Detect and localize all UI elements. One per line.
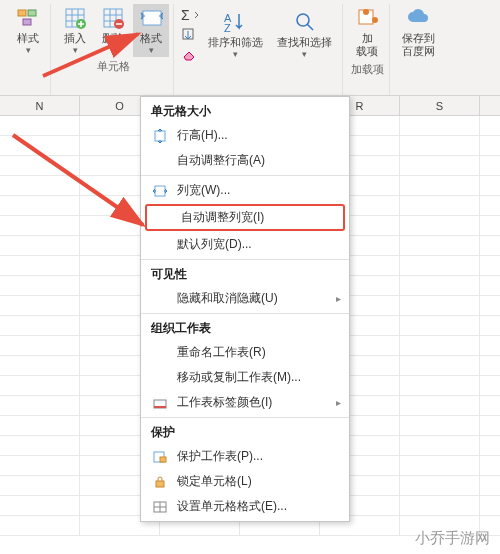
autosum-icon[interactable]: Σ	[180, 6, 200, 24]
menu-label: 锁定单元格(L)	[177, 473, 341, 490]
ribbon-group-save: 保存到 百度网	[392, 4, 445, 95]
section-cell-size: 单元格大小	[141, 99, 349, 123]
find-select-label: 查找和选择	[277, 36, 332, 49]
section-organize-sheets: 组织工作表	[141, 316, 349, 340]
chevron-down-icon: ▾	[26, 45, 31, 55]
save-baidu-button[interactable]: 保存到 百度网	[396, 4, 441, 60]
separator	[141, 175, 349, 176]
svg-rect-25	[155, 131, 165, 141]
ribbon: 样式 ▾ 插入 ▾ 删除 ▾	[0, 0, 500, 96]
sort-filter-icon: AZ	[224, 10, 248, 34]
menu-label: 设置单元格格式(E)...	[177, 498, 341, 515]
svg-rect-30	[160, 457, 166, 462]
chevron-down-icon: ▾	[149, 45, 154, 55]
svg-text:Z: Z	[224, 22, 231, 34]
svg-rect-15	[143, 11, 161, 25]
addins-button[interactable]: 加 载项	[349, 4, 385, 60]
menu-row-height[interactable]: 行高(H)...	[141, 123, 349, 148]
menu-default-width[interactable]: 默认列宽(D)...	[141, 232, 349, 257]
sort-filter-button[interactable]: AZ 排序和筛选 ▾	[202, 4, 269, 64]
section-protection: 保护	[141, 420, 349, 444]
fill-icon[interactable]	[180, 26, 200, 44]
protect-sheet-icon	[151, 449, 169, 465]
submenu-arrow-icon: ▸	[336, 397, 341, 408]
menu-rename-sheet[interactable]: 重命名工作表(R)	[141, 340, 349, 365]
styles-button[interactable]: 样式 ▾	[10, 4, 46, 57]
group-label-addins: 加载项	[351, 60, 384, 81]
format-icon	[139, 6, 163, 30]
col-width-icon	[151, 183, 169, 199]
cloud-save-icon	[407, 6, 431, 30]
menu-autofit-column-width[interactable]: 自动调整列宽(I)	[145, 204, 345, 231]
svg-rect-26	[155, 186, 165, 196]
menu-move-copy-sheet[interactable]: 移动或复制工作表(M)...	[141, 365, 349, 390]
styles-label: 样式	[17, 32, 39, 45]
insert-button[interactable]: 插入 ▾	[57, 4, 93, 57]
menu-label: 移动或复制工作表(M)...	[177, 369, 341, 386]
menu-label: 重命名工作表(R)	[177, 344, 341, 361]
menu-label: 隐藏和取消隐藏(U)	[177, 290, 328, 307]
find-select-button[interactable]: 查找和选择 ▾	[271, 4, 338, 64]
menu-lock-cell[interactable]: 锁定单元格(L)	[141, 469, 349, 494]
addins-label: 加 载项	[356, 32, 378, 58]
insert-label: 插入	[64, 32, 86, 45]
menu-label: 自动调整行高(A)	[177, 152, 341, 169]
find-icon	[293, 10, 317, 34]
svg-rect-1	[28, 10, 36, 16]
insert-icon	[63, 6, 87, 30]
chevron-down-icon: ▾	[73, 45, 78, 55]
menu-label: 列宽(W)...	[177, 182, 341, 199]
svg-rect-0	[18, 10, 26, 16]
menu-tab-color[interactable]: 工作表标签颜色(I) ▸	[141, 390, 349, 415]
menu-autofit-row-height[interactable]: 自动调整行高(A)	[141, 148, 349, 173]
delete-label: 删除	[102, 32, 124, 45]
format-cells-icon	[151, 499, 169, 515]
menu-label: 自动调整列宽(I)	[181, 209, 337, 226]
separator	[141, 313, 349, 314]
separator	[141, 259, 349, 260]
group-label-cells: 单元格	[97, 57, 130, 78]
ribbon-group-addins: 加 载项 加载项	[345, 4, 390, 95]
svg-rect-28	[154, 406, 166, 408]
addins-icon	[355, 6, 379, 30]
ribbon-group-styles: 样式 ▾	[6, 4, 51, 95]
svg-rect-2	[23, 19, 31, 25]
svg-text:Σ: Σ	[181, 7, 190, 23]
section-visibility: 可见性	[141, 262, 349, 286]
chevron-down-icon: ▾	[233, 49, 238, 59]
menu-column-width[interactable]: 列宽(W)...	[141, 178, 349, 203]
menu-label: 行高(H)...	[177, 127, 341, 144]
col-header[interactable]: S	[400, 96, 480, 115]
svg-rect-31	[156, 481, 164, 487]
svg-point-23	[363, 9, 369, 15]
ribbon-group-editing: Σ AZ 排序和筛选 ▾ 查找和选择 ▾	[176, 4, 343, 95]
styles-icon	[16, 6, 40, 30]
menu-label: 默认列宽(D)...	[177, 236, 341, 253]
svg-line-21	[307, 24, 313, 30]
chevron-down-icon: ▾	[302, 49, 307, 59]
format-button[interactable]: 格式 ▾	[133, 4, 169, 57]
delete-button[interactable]: 删除 ▾	[95, 4, 131, 57]
save-baidu-label: 保存到 百度网	[402, 32, 435, 58]
menu-protect-sheet[interactable]: 保护工作表(P)...	[141, 444, 349, 469]
lock-icon	[151, 474, 169, 490]
sort-filter-label: 排序和筛选	[208, 36, 263, 49]
chevron-down-icon: ▾	[111, 45, 116, 55]
menu-label: 工作表标签颜色(I)	[177, 394, 328, 411]
clear-icon[interactable]	[180, 46, 200, 64]
ribbon-group-cells: 插入 ▾ 删除 ▾ 格式 ▾ 单元格	[53, 4, 174, 95]
submenu-arrow-icon: ▸	[336, 293, 341, 304]
separator	[141, 417, 349, 418]
format-label: 格式	[140, 32, 162, 45]
tab-color-icon	[151, 395, 169, 411]
menu-hide-unhide[interactable]: 隐藏和取消隐藏(U) ▸	[141, 286, 349, 311]
delete-icon	[101, 6, 125, 30]
row-height-icon	[151, 128, 169, 144]
col-header[interactable]: N	[0, 96, 80, 115]
menu-label: 保护工作表(P)...	[177, 448, 341, 465]
menu-format-cells[interactable]: 设置单元格格式(E)...	[141, 494, 349, 519]
format-dropdown: 单元格大小 行高(H)... 自动调整行高(A) 列宽(W)... 自动调整列宽…	[140, 96, 350, 522]
svg-point-24	[372, 17, 378, 23]
watermark: 小乔手游网	[415, 529, 490, 548]
